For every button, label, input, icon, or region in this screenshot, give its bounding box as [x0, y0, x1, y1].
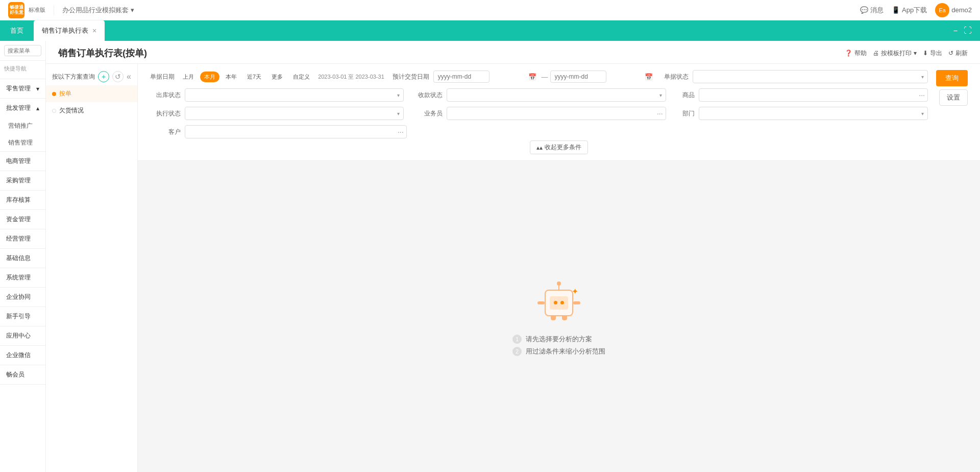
forecast-date-to[interactable] [550, 70, 606, 83]
sidebar-item-guide[interactable]: 新手引导 [0, 307, 45, 326]
product-input[interactable] [699, 88, 928, 102]
print-btn[interactable]: 🖨 按模板打印 ▾ [873, 49, 917, 58]
date-tab-7days[interactable]: 近7天 [243, 72, 265, 82]
topbar-left: 畅捷通好生意 标准版 办公用品行业模拟账套 ▾ [8, 2, 134, 18]
message-icon: 💬 [860, 6, 868, 14]
filter-area: 单据日期 上月 本月 本年 近7天 更多 自定义 [138, 64, 980, 161]
user-menu[interactable]: Ea demo2 [935, 3, 972, 17]
tab-sales-exec[interactable]: 销售订单执行表 × [34, 20, 105, 41]
date-separator: — [542, 73, 548, 81]
tab-home[interactable]: 首页 [0, 20, 34, 41]
receive-status-select[interactable] [447, 88, 666, 102]
calendar-to-icon: 📅 [645, 73, 653, 81]
collapse-panel-btn[interactable]: « [127, 72, 131, 81]
product-label: 商品 [674, 91, 695, 100]
left-panel: 按以下方案查询 + ↺ « 按单 [46, 64, 138, 472]
scheme-item-by-order[interactable]: 按单 [46, 85, 137, 102]
sidebar-group-appstore: 应用中心 [0, 326, 45, 346]
tab-expand-btn[interactable]: ⛶ [964, 26, 972, 35]
download-icon: 📱 [892, 6, 900, 14]
sidebar-item-inventory[interactable]: 库存核算 [0, 191, 45, 209]
sidebar-item-wechat[interactable]: 企业微信 [0, 346, 45, 365]
settings-btn[interactable]: 设置 [939, 89, 968, 106]
salesperson-input[interactable] [447, 107, 666, 120]
sidebar-group-retail: 零售管理 ▾ [0, 79, 45, 99]
filter-collapse-area: ▴▴ 收起更多条件 [150, 140, 968, 154]
sidebar-group-guide: 新手引导 [0, 307, 45, 326]
sidebar-group-purchase: 采购管理 [0, 171, 45, 191]
tip-1-num: 1 [512, 335, 522, 344]
refresh-btn[interactable]: ↺ 刷新 [948, 49, 968, 58]
search-btn[interactable]: 查询 [936, 70, 968, 86]
sidebar-item-ecommerce[interactable]: 电商管理 [0, 152, 45, 171]
add-scheme-btn[interactable]: + [98, 71, 109, 82]
sidebar-item-appstore[interactable]: 应用中心 [0, 326, 45, 345]
page-tag: 办公用品行业模拟账套 ▾ [62, 6, 134, 15]
out-status-label: 出库状态 [150, 91, 181, 100]
exec-status-label: 执行状态 [150, 109, 181, 118]
tip-2-num: 2 [512, 347, 522, 356]
main-content: ✦ [138, 161, 980, 472]
help-btn[interactable]: ❓ 帮助 [845, 49, 867, 58]
sidebar-search-area [0, 41, 45, 61]
forecast-date-label: 预计交货日期 [393, 73, 429, 81]
sidebar-item-sales[interactable]: 销售管理 [0, 134, 45, 151]
logo-text: 标准版 [29, 7, 45, 13]
sidebar-item-operations[interactable]: 经营管理 [0, 229, 45, 248]
out-status-select[interactable] [185, 88, 404, 102]
search-input[interactable] [4, 45, 41, 56]
date-tab-lastmonth[interactable]: 上月 [179, 72, 198, 82]
empty-tip-1: 1 请先选择要分析的方案 [512, 335, 605, 344]
sidebar-item-purchase[interactable]: 采购管理 [0, 171, 45, 190]
customer-ellipsis-icon[interactable]: ··· [398, 128, 404, 136]
tab-close-btn[interactable]: × [92, 27, 96, 35]
sidebar-item-wholesale[interactable]: 批发管理 ▴ [0, 99, 45, 117]
date-tab-thismonth[interactable]: 本月 [200, 72, 219, 82]
collapse-filter-btn[interactable]: ▴▴ 收起更多条件 [530, 140, 588, 154]
topbar-right: 💬 消息 📱 App下载 Ea demo2 [860, 3, 972, 17]
sidebar-item-marketing[interactable]: 营销推广 [0, 117, 45, 134]
sidebar: 快捷导航 零售管理 ▾ 批发管理 ▴ 营销推广 销售管理 电商管理 [0, 41, 46, 472]
dept-label: 部门 [674, 109, 695, 118]
sidebar-item-retail[interactable]: 零售管理 ▾ [0, 79, 45, 98]
calendar-from-icon: 📅 [528, 73, 536, 81]
sidebar-group-wholesale: 批发管理 ▴ 营销推广 销售管理 [0, 99, 45, 152]
status-label: 单据状态 [664, 73, 689, 81]
sidebar-item-system[interactable]: 系统管理 [0, 268, 45, 287]
sidebar-group-ecommerce: 电商管理 [0, 152, 45, 171]
sidebar-group-operations: 经营管理 [0, 229, 45, 249]
export-btn[interactable]: ⬇ 导出 [923, 49, 942, 58]
message-btn[interactable]: 💬 消息 [860, 6, 884, 15]
receive-status-label: 收款状态 [412, 91, 443, 100]
date-tab-custom[interactable]: 自定义 [289, 72, 314, 82]
scheme-item-shortage[interactable]: 欠货情况 [46, 102, 137, 119]
inactive-dot-icon [52, 109, 56, 113]
sidebar-item-member[interactable]: 畅会员 [0, 365, 45, 384]
sidebar-group-collab: 企业协同 [0, 288, 45, 307]
active-dot-icon [52, 92, 56, 96]
refresh-icon: ↺ [948, 50, 953, 57]
page-header: 销售订单执行表(按单) ❓ 帮助 🖨 按模板打印 ▾ ⬇ 导出 ↺ 刷新 [46, 41, 980, 64]
dept-select[interactable] [699, 107, 928, 120]
collapse-up-icon: ▴▴ [536, 144, 543, 151]
app-download-btn[interactable]: 📱 App下载 [892, 6, 927, 15]
tab-minimize-btn[interactable]: － [951, 26, 960, 36]
sidebar-item-collab[interactable]: 企业协同 [0, 288, 45, 306]
refresh-scheme-btn[interactable]: ↺ [112, 71, 124, 82]
left-panel-header: 按以下方案查询 + ↺ « [46, 68, 137, 85]
salesperson-ellipsis-icon[interactable]: ··· [657, 109, 663, 117]
product-ellipsis-icon[interactable]: ··· [919, 91, 925, 99]
status-select[interactable] [693, 70, 928, 83]
customer-input[interactable] [185, 125, 407, 138]
sidebar-group-system: 系统管理 [0, 268, 45, 288]
date-tab-thisyear[interactable]: 本年 [222, 72, 241, 82]
avatar: Ea [935, 3, 949, 17]
date-label: 单据日期 [150, 73, 175, 81]
sidebar-item-basic[interactable]: 基础信息 [0, 249, 45, 268]
date-range-display: 2023-03-01 至 2023-03-31 [318, 73, 384, 81]
sidebar-nav-label: 快捷导航 [4, 65, 41, 73]
forecast-date-from[interactable] [433, 70, 489, 83]
exec-status-select[interactable] [185, 107, 404, 120]
sidebar-item-finance[interactable]: 资金管理 [0, 210, 45, 229]
date-tab-more[interactable]: 更多 [267, 72, 287, 82]
